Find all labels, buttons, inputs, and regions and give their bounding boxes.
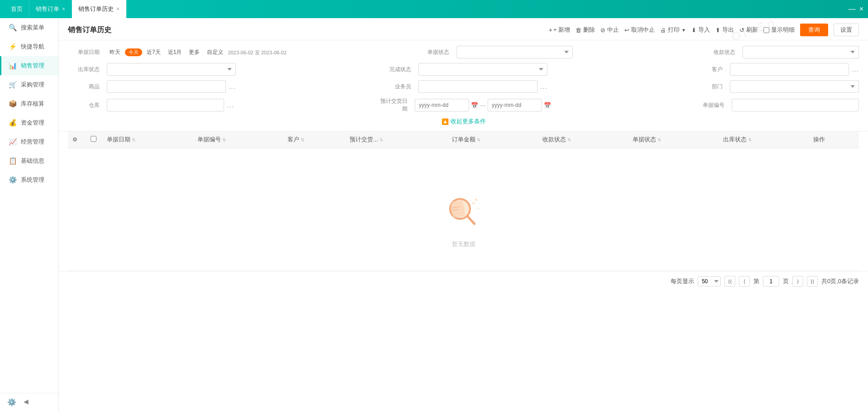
bill-no-label: 单据编号 bbox=[693, 102, 724, 109]
collapse-up-icon: 🔼 bbox=[441, 118, 449, 125]
receipt-status-select[interactable] bbox=[743, 46, 859, 58]
customer-label: 客户 bbox=[691, 66, 723, 73]
show-detail-checkbox[interactable] bbox=[763, 27, 769, 33]
show-detail-checkbox-label[interactable]: 显示明细 bbox=[763, 26, 795, 34]
th-delivery-date[interactable]: 预计交货... ⇅ bbox=[345, 131, 447, 148]
customer-input[interactable] bbox=[730, 63, 849, 76]
warehouse-input[interactable] bbox=[107, 99, 224, 111]
delete-button[interactable]: 🗑 删除 bbox=[575, 26, 595, 34]
delivery-date-end[interactable] bbox=[488, 99, 542, 111]
th-order-amount[interactable]: 订单金额 ⇅ bbox=[447, 131, 538, 148]
receipt-status-field bbox=[743, 46, 859, 58]
refresh-button[interactable]: ↺ 刷新 bbox=[739, 26, 758, 34]
first-page-button[interactable]: ⟨⟨ bbox=[724, 276, 735, 287]
empty-row: 暂无数据 bbox=[68, 148, 859, 271]
th-receipt-status[interactable]: 收款状态 ⇅ bbox=[538, 131, 628, 148]
complete-status-field bbox=[418, 63, 547, 76]
delivery-date-group: 📅 — 📅 bbox=[415, 99, 551, 111]
salesperson-label: 业务员 bbox=[379, 83, 411, 91]
filter-row-4: 仓库 ... 预计交货日期 📅 — 📅 单据编号 bbox=[68, 97, 859, 113]
jump-word: 第 bbox=[753, 277, 759, 285]
th-checkbox[interactable] bbox=[86, 131, 102, 148]
sidebar-item-purchase-mgmt[interactable]: 🛒 采购管理 bbox=[0, 75, 58, 94]
setting-button[interactable]: 设置 bbox=[834, 24, 859, 36]
product-dots[interactable]: ... bbox=[229, 82, 236, 91]
dept-field bbox=[730, 80, 859, 93]
date-option-today[interactable]: 今天 bbox=[125, 48, 142, 56]
page-size-select[interactable]: 10 20 50 100 bbox=[698, 276, 721, 286]
sidebar-item-base-info[interactable]: 📋 基础信息 bbox=[0, 151, 58, 170]
page-number-input[interactable] bbox=[763, 276, 779, 287]
print-icon: 🖨 bbox=[660, 27, 666, 34]
delivery-date-start[interactable] bbox=[415, 99, 469, 111]
th-bill-no[interactable]: 单据编号 ⇅ bbox=[193, 131, 283, 148]
out-status-select[interactable] bbox=[107, 63, 236, 76]
stop-icon: ⊘ bbox=[600, 27, 605, 34]
table-wrapper: ⚙ 单据日期 ⇅ 单据编号 ⇅ bbox=[59, 131, 868, 271]
new-button[interactable]: + + 新增 bbox=[549, 26, 570, 34]
select-all-checkbox[interactable] bbox=[91, 136, 96, 142]
warehouse-dots[interactable]: ... bbox=[227, 101, 234, 109]
product-field: ... bbox=[107, 80, 236, 93]
prev-page-button[interactable]: ⟨ bbox=[739, 276, 750, 287]
customer-dots[interactable]: ... bbox=[852, 65, 859, 73]
cancel-stop-button[interactable]: ↩ 取消中止 bbox=[624, 26, 655, 34]
sidebar-settings-icon[interactable]: ⚙️ bbox=[7, 398, 16, 406]
date-option-yesterday[interactable]: 昨天 bbox=[107, 48, 123, 57]
filter-row-3: 商品 ... 业务员 ... 部门 bbox=[68, 80, 859, 93]
collapse-button[interactable]: 🔼 收起更多条件 bbox=[441, 117, 486, 126]
date-option-7days[interactable]: 近7天 bbox=[144, 48, 163, 57]
customer-field: ... bbox=[730, 63, 859, 76]
sidebar-item-quick-nav[interactable]: ⚡ 快捷导航 bbox=[0, 37, 58, 56]
salesperson-field: ... bbox=[418, 80, 547, 93]
last-page-button[interactable]: ⟩⟩ bbox=[807, 276, 818, 287]
sidebar-item-search-menu[interactable]: 🔍 搜索菜单 bbox=[0, 18, 58, 37]
sidebar-item-capital[interactable]: 💰 资金管理 bbox=[0, 113, 58, 132]
date-option-1month[interactable]: 近1月 bbox=[165, 48, 185, 57]
sidebar-item-sales-mgmt[interactable]: 📊 销售管理 bbox=[0, 56, 58, 75]
date-label: 单据日期 bbox=[68, 48, 100, 56]
salesperson-input[interactable] bbox=[418, 80, 537, 93]
print-button[interactable]: 🖨 打印 ▼ bbox=[660, 26, 686, 34]
export-button[interactable]: ⬆ 导出 bbox=[715, 26, 734, 34]
operation-icon: 📈 bbox=[9, 138, 17, 146]
calendar-start-icon[interactable]: 📅 bbox=[471, 102, 478, 109]
bill-no-input[interactable] bbox=[732, 99, 859, 111]
next-page-button[interactable]: ⟩ bbox=[792, 276, 803, 287]
calendar-end-icon[interactable]: 📅 bbox=[544, 102, 551, 109]
dept-select[interactable] bbox=[730, 80, 859, 93]
close-sales-order-tab[interactable]: × bbox=[62, 6, 65, 12]
sidebar-collapse-icon[interactable]: ◀ bbox=[24, 398, 29, 406]
sidebar-item-operation[interactable]: 📈 经营管理 bbox=[0, 132, 58, 151]
bill-status-select[interactable] bbox=[456, 46, 573, 58]
close-window-icon[interactable]: × bbox=[859, 5, 863, 13]
tab-sales-order[interactable]: 销售订单 × bbox=[29, 0, 72, 18]
th-customer[interactable]: 客户 ⇅ bbox=[283, 131, 345, 148]
salesperson-dots[interactable]: ... bbox=[540, 82, 547, 91]
sidebar-item-sys-mgmt[interactable]: ⚙️ 系统管理 bbox=[0, 170, 58, 189]
th-settings[interactable]: ⚙ bbox=[68, 131, 86, 148]
table-body: 暂无数据 bbox=[68, 148, 859, 271]
filter-row-1: 单据日期 昨天 今天 近7天 近1月 更多 自定义 2023-06-02 至 2… bbox=[68, 46, 859, 58]
th-bill-date[interactable]: 单据日期 ⇅ bbox=[102, 131, 193, 148]
import-button[interactable]: ⬇ 导入 bbox=[691, 26, 710, 34]
empty-state: 暂无数据 bbox=[72, 152, 854, 266]
tab-home[interactable]: 首页 bbox=[5, 0, 29, 18]
th-out-status[interactable]: 出库状态 ⇅ bbox=[719, 131, 809, 148]
query-button[interactable]: 查询 bbox=[800, 24, 828, 36]
complete-status-select[interactable] bbox=[418, 63, 547, 76]
sidebar-item-label: 库存核算 bbox=[21, 100, 44, 108]
th-bill-status[interactable]: 单据状态 ⇅ bbox=[628, 131, 719, 148]
product-input[interactable] bbox=[107, 80, 226, 93]
print-dropdown-icon: ▼ bbox=[681, 28, 686, 33]
toolbar: + + 新增 🗑 删除 ⊘ 中止 ↩ 取消中止 🖨 打印 bbox=[549, 24, 859, 36]
date-option-more[interactable]: 更多 bbox=[186, 48, 202, 57]
close-history-tab[interactable]: × bbox=[116, 6, 120, 12]
dept-label: 部门 bbox=[691, 83, 723, 91]
bill-no-field bbox=[732, 99, 859, 111]
tab-sales-order-history[interactable]: 销售订单历史 × bbox=[72, 0, 126, 18]
minimize-icon[interactable]: — bbox=[849, 5, 856, 13]
date-option-custom[interactable]: 自定义 bbox=[204, 48, 226, 57]
sidebar-item-inventory[interactable]: 📦 库存核算 bbox=[0, 94, 58, 113]
stop-button[interactable]: ⊘ 中止 bbox=[600, 26, 619, 34]
